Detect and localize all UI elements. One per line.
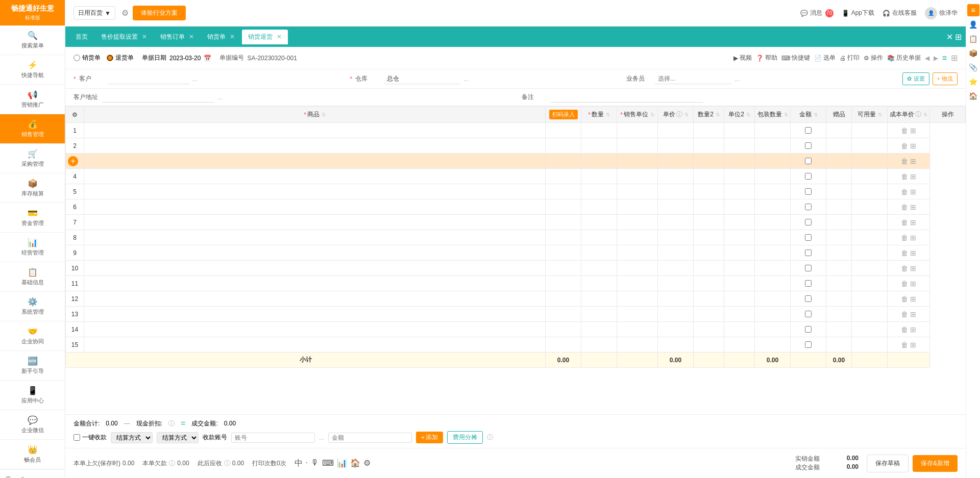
qty-cell[interactable]	[546, 123, 581, 138]
cost-price-cell[interactable]	[852, 307, 888, 322]
package-qty-cell[interactable]	[724, 245, 755, 261]
qty2-cell[interactable]	[658, 184, 694, 199]
copy-icon[interactable]: ⊞	[910, 234, 916, 242]
unit-cell[interactable]	[581, 261, 617, 276]
copy-icon[interactable]: ⊞	[910, 249, 916, 257]
add-row-btn[interactable]: +	[68, 156, 78, 166]
qty-cell[interactable]	[546, 261, 581, 276]
unit2-cell[interactable]	[694, 169, 724, 184]
collapse-icon[interactable]: ◀	[16, 474, 23, 478]
delete-icon[interactable]: 🗑	[901, 127, 908, 135]
qty2-cell[interactable]	[658, 245, 694, 261]
package-qty-cell[interactable]	[724, 154, 755, 169]
unit2-cell[interactable]	[694, 215, 724, 230]
copy-icon[interactable]: ⊞	[910, 203, 916, 211]
product-input[interactable]	[86, 158, 543, 165]
sidebar-item-guide[interactable]: 🆕 新手引导	[0, 351, 65, 381]
delete-icon[interactable]: 🗑	[901, 249, 908, 257]
tab-close-icon[interactable]: ✕	[189, 33, 194, 40]
tab-price-setting[interactable]: 售价提取设置 ✕	[95, 30, 153, 44]
cost-price-cell[interactable]	[852, 322, 888, 337]
package-qty-cell[interactable]	[724, 123, 755, 138]
qty2-cell[interactable]	[658, 230, 694, 245]
amount-cell[interactable]	[755, 138, 791, 154]
unit2-cell[interactable]	[694, 291, 724, 307]
gift-checkbox[interactable]	[805, 142, 812, 149]
gift-checkbox[interactable]	[805, 311, 812, 317]
package-qty-cell[interactable]	[724, 276, 755, 291]
sidebar-item-vip[interactable]: 👑 畅会员	[0, 440, 65, 469]
customer-input[interactable]	[108, 73, 189, 84]
remark-input[interactable]	[550, 92, 703, 103]
gift-checkbox[interactable]	[805, 219, 812, 225]
unit2-cell[interactable]	[694, 245, 724, 261]
copy-icon[interactable]: ⊞	[910, 218, 916, 227]
warehouse-more-icon[interactable]: ...	[463, 76, 469, 83]
account-more-icon[interactable]: ...	[319, 434, 324, 441]
view-grid-icon[interactable]: ⊞	[951, 53, 958, 63]
price-cell[interactable]	[617, 245, 658, 261]
cost-price-cell[interactable]	[852, 123, 888, 138]
delete-icon[interactable]: 🗑	[901, 325, 908, 334]
delete-icon[interactable]: 🗑	[901, 157, 908, 165]
amount-cell[interactable]	[755, 245, 791, 261]
unit-cell[interactable]	[581, 138, 617, 154]
delete-icon[interactable]: 🗑	[901, 142, 908, 150]
copy-icon[interactable]: ⊞	[910, 142, 916, 150]
unit-cell[interactable]	[581, 123, 617, 138]
copy-icon[interactable]: ⊞	[910, 157, 916, 165]
package-qty-cell[interactable]	[724, 261, 755, 276]
cost-price-cell[interactable]	[852, 154, 888, 169]
delete-icon[interactable]: 🗑	[901, 234, 908, 242]
product-cell[interactable]	[84, 322, 546, 337]
amount-cell[interactable]	[755, 307, 791, 322]
gift-checkbox[interactable]	[805, 249, 812, 256]
product-cell[interactable]	[84, 215, 546, 230]
qty-cell[interactable]	[546, 169, 581, 184]
gift-checkbox[interactable]	[805, 158, 812, 164]
right-panel-icon-5[interactable]: 📎	[967, 61, 979, 73]
qty-cell[interactable]	[546, 215, 581, 230]
action-help[interactable]: ❓ 帮助	[756, 54, 777, 62]
sidebar-item-enterprise[interactable]: 🤝 企业协同	[0, 321, 65, 351]
price-cell[interactable]	[617, 199, 658, 215]
settings-gear-icon[interactable]: ⚙	[121, 8, 129, 18]
qty-cell[interactable]	[546, 154, 581, 169]
cost-price-cell[interactable]	[852, 138, 888, 154]
action-operate[interactable]: ⚙ 操作	[864, 54, 883, 62]
add-btn[interactable]: + 添加	[416, 432, 443, 443]
qty-cell[interactable]	[546, 138, 581, 154]
price-cell[interactable]	[617, 337, 658, 353]
cost-price-cell[interactable]	[852, 337, 888, 353]
cost-price-cell[interactable]	[852, 261, 888, 276]
logistics-btn[interactable]: + 物流	[933, 72, 958, 85]
product-cell[interactable]	[84, 261, 546, 276]
staff-input[interactable]	[655, 73, 731, 84]
cost-price-cell[interactable]	[852, 184, 888, 199]
copy-icon[interactable]: ⊞	[910, 295, 916, 303]
view-list-icon[interactable]: ≡	[942, 54, 947, 63]
right-panel-icon-6[interactable]: ⭐	[967, 76, 979, 88]
delete-icon[interactable]: 🗑	[901, 264, 908, 272]
tab-sales[interactable]: 销货单 ✕	[201, 30, 241, 44]
sidebar-item-search[interactable]: 🔍 搜索菜单	[0, 26, 65, 55]
unit2-cell[interactable]	[694, 322, 724, 337]
unit2-cell[interactable]	[694, 261, 724, 276]
available-cell[interactable]	[826, 215, 852, 230]
sidebar-item-basic-info[interactable]: 📋 基础信息	[0, 262, 65, 292]
unit-cell[interactable]	[581, 230, 617, 245]
available-cell[interactable]	[826, 230, 852, 245]
available-cell[interactable]	[826, 245, 852, 261]
gift-checkbox[interactable]	[805, 127, 812, 134]
nav-prev-icon[interactable]: ◀	[925, 55, 929, 62]
unit-cell[interactable]	[581, 199, 617, 215]
unit2-cell[interactable]	[694, 184, 724, 199]
settings-icon[interactable]: ⚙	[4, 474, 12, 478]
save-draft-btn[interactable]: 保存草稿	[867, 455, 909, 472]
product-cell[interactable]	[84, 307, 546, 322]
radio-return[interactable]: 退货单	[107, 54, 134, 62]
amount-cell[interactable]	[755, 230, 791, 245]
product-cell[interactable]	[84, 230, 546, 245]
action-video[interactable]: ▶ 视频	[733, 54, 752, 62]
price-cell[interactable]	[617, 184, 658, 199]
